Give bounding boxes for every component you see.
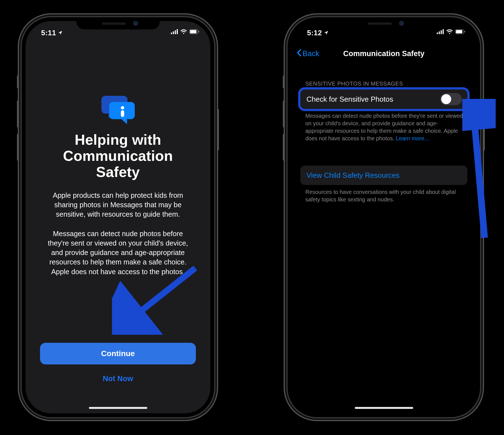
svg-rect-0 — [171, 32, 172, 34]
settings-page: Back Communication Safety SENSITIVE PHOT… — [291, 21, 476, 413]
status-bar: 5:12 — [291, 28, 476, 38]
learn-more-link[interactable]: Learn more… — [396, 135, 430, 141]
battery-icon — [189, 29, 199, 35]
home-indicator[interactable] — [89, 407, 147, 409]
back-label: Back — [303, 49, 319, 58]
battery-icon — [455, 29, 465, 35]
view-child-safety-resources-label: View Child Safety Resources — [300, 171, 400, 180]
phone-side-button — [17, 134, 19, 161]
location-arrow-icon — [324, 29, 329, 37]
intro-paragraph-1: Apple products can help protect kids fro… — [42, 191, 194, 219]
phone-screen-left: 5:11 — [26, 21, 210, 413]
communication-safety-icon — [101, 94, 135, 126]
wifi-icon — [446, 29, 453, 35]
phone-side-button — [283, 101, 285, 127]
status-time: 5:11 — [41, 29, 63, 37]
check-sensitive-photos-toggle[interactable] — [440, 93, 462, 105]
cellular-icon — [437, 29, 444, 35]
check-sensitive-photos-row[interactable]: Check for Sensitive Photos — [300, 89, 467, 109]
svg-rect-8 — [121, 110, 124, 117]
back-button[interactable]: Back — [291, 49, 319, 59]
svg-rect-11 — [439, 31, 440, 34]
status-time-text: 5:11 — [41, 29, 56, 37]
continue-button[interactable]: Continue — [40, 343, 196, 364]
nav-bar: Back Communication Safety — [291, 45, 476, 62]
phone-side-button — [217, 109, 219, 151]
not-now-button[interactable]: Not Now — [26, 374, 210, 383]
svg-rect-3 — [177, 29, 178, 34]
toggle-thumb — [441, 94, 451, 104]
svg-rect-13 — [443, 29, 444, 34]
status-time-text: 5:12 — [307, 29, 322, 37]
phone-screen-right: 5:12 — [291, 21, 476, 413]
status-time: 5:12 — [307, 29, 329, 37]
view-child-safety-resources-row[interactable]: View Child Safety Resources — [300, 166, 467, 185]
section-footer-sensitive-photos: Messages can detect nude photos before t… — [305, 112, 463, 142]
chevron-left-icon — [296, 49, 301, 59]
location-arrow-icon — [58, 29, 63, 37]
intro-title: Helping with Communication Safety — [39, 132, 196, 180]
cellular-icon — [171, 29, 178, 35]
svg-rect-12 — [441, 30, 442, 34]
svg-rect-15 — [456, 30, 462, 33]
phone-side-button — [483, 109, 485, 151]
phone-side-button — [17, 76, 19, 88]
svg-rect-16 — [464, 31, 465, 32]
footer-text: Messages can detect nude photos before t… — [305, 113, 463, 141]
intro-sheet: Helping with Communication Safety Apple … — [26, 21, 210, 413]
phone-right: 5:12 — [288, 17, 480, 417]
section-header-sensitive-photos: SENSITIVE PHOTOS IN MESSAGES — [305, 81, 403, 87]
svg-rect-6 — [198, 31, 199, 32]
section-footer-resources: Resources to have conversations with you… — [305, 188, 460, 203]
check-sensitive-photos-label: Check for Sensitive Photos — [300, 95, 393, 104]
status-bar: 5:11 — [26, 28, 210, 38]
wifi-icon — [180, 29, 187, 35]
phone-side-button — [17, 101, 19, 127]
home-indicator[interactable] — [355, 407, 413, 409]
svg-point-7 — [121, 106, 124, 109]
phone-left: 5:11 — [22, 17, 214, 417]
intro-paragraph-2: Messages can detect nude photos before t… — [42, 229, 194, 276]
svg-rect-1 — [173, 31, 174, 34]
svg-rect-2 — [175, 30, 176, 34]
phone-side-button — [283, 76, 285, 88]
svg-rect-10 — [437, 32, 438, 34]
svg-rect-5 — [190, 30, 196, 33]
phone-side-button — [283, 134, 285, 161]
